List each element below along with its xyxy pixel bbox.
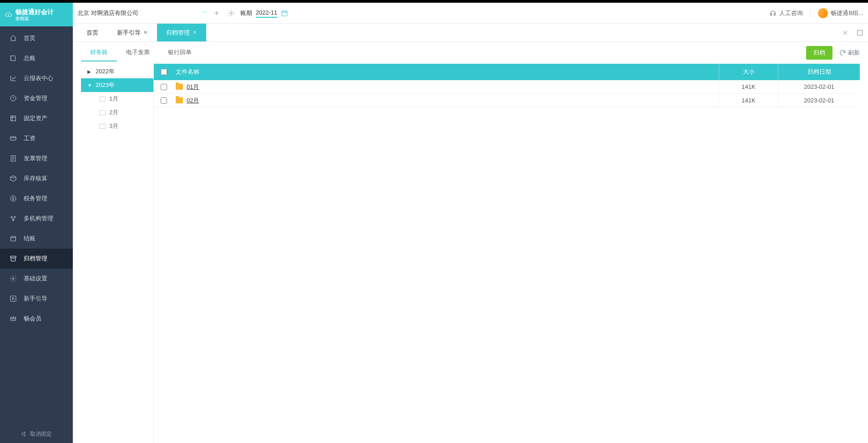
sidebar-item-home[interactable]: 首页 xyxy=(0,28,73,48)
period-value: 2022-11 xyxy=(256,8,278,18)
folder-icon xyxy=(176,97,183,103)
user-menu[interactable]: 畅捷通B组... xyxy=(818,8,863,18)
divider xyxy=(810,9,811,18)
sidebar: 畅捷通好会计 旗舰版 首页 总账 云报表中心 资金管理 固定资产 工资 发票管理… xyxy=(0,3,73,443)
page-tab-label: 新手引导 xyxy=(117,29,141,37)
tree-year-label: 2022年 xyxy=(96,67,115,76)
row-checkbox[interactable] xyxy=(161,97,167,104)
sidebar-item-play[interactable]: 新手引导 xyxy=(0,289,73,309)
page-tab[interactable]: 新手引导✕ xyxy=(108,24,157,41)
expand-tabs-button[interactable] xyxy=(854,27,865,38)
file-link[interactable]: 02月 xyxy=(187,97,199,105)
sub-tab[interactable]: 银行回单 xyxy=(159,44,201,61)
sidebar-item-org[interactable]: 多机构管理 xyxy=(0,209,73,229)
tax-icon xyxy=(9,194,17,203)
sidebar-item-tax[interactable]: 税务管理 xyxy=(0,188,73,209)
sidebar-item-label: 库存核算 xyxy=(24,174,47,183)
select-all-checkbox[interactable] xyxy=(161,69,167,75)
app-root: 畅捷通好会计 旗舰版 首页 总账 云报表中心 资金管理 固定资产 工资 发票管理… xyxy=(0,3,868,443)
tree-month[interactable]: 3月 xyxy=(81,119,153,133)
svg-rect-9 xyxy=(10,256,16,258)
sidebar-item-vip[interactable]: 畅会员 xyxy=(0,309,73,329)
sidebar-item-label: 固定资产 xyxy=(24,114,47,122)
sidebar-pin-toggle[interactable]: 取消固定 xyxy=(0,425,73,443)
settings-icon-button[interactable] xyxy=(226,8,237,19)
vip-icon xyxy=(9,315,17,323)
support-link[interactable]: 人工咨询 xyxy=(769,9,803,17)
sub-tab[interactable]: 电子发票 xyxy=(117,44,159,61)
close-icon[interactable]: ✕ xyxy=(143,30,147,36)
sidebar-item-archive[interactable]: 归档管理 xyxy=(0,249,73,269)
split-pane: ▶ 2022年▼ 2023年 1月 2月 3月 文件名称 大小 归档日期 xyxy=(81,64,860,443)
header-checkbox-cell xyxy=(154,69,174,75)
header-date: 归档日期 xyxy=(778,64,860,80)
play-icon xyxy=(9,295,17,303)
grid-body: 01月 141K 2023-02-01 02月 141K 2023-02-01 xyxy=(154,80,860,107)
svg-rect-2 xyxy=(10,137,16,140)
sidebar-item-calendar[interactable]: 结账 xyxy=(0,229,73,249)
sub-tab-label: 电子发票 xyxy=(126,48,150,56)
close-icon[interactable]: ✕ xyxy=(193,30,197,36)
svg-point-5 xyxy=(11,216,12,218)
sidebar-item-label: 首页 xyxy=(24,34,36,42)
tree-year[interactable]: ▶ 2022年 xyxy=(81,65,153,78)
sidebar-item-book[interactable]: 总账 xyxy=(0,48,73,68)
close-all-tabs-button[interactable] xyxy=(840,27,851,38)
sidebar-item-label: 税务管理 xyxy=(24,194,47,203)
tabstrip-controls xyxy=(840,24,868,41)
year-tree: ▶ 2022年▼ 2023年 1月 2月 3月 xyxy=(81,64,154,443)
tree-month[interactable]: 2月 xyxy=(81,106,153,119)
sidebar-item-wallet[interactable]: 资金管理 xyxy=(0,88,73,108)
header-name: 文件名称 xyxy=(174,68,719,76)
sidebar-footer-label: 取消固定 xyxy=(30,430,52,438)
svg-rect-13 xyxy=(282,11,287,16)
row-name-cell: 01月 xyxy=(174,83,719,91)
company-select[interactable]: 北京 对啊酒店有限公司 ﹀ xyxy=(77,9,208,17)
support-label: 人工咨询 xyxy=(779,9,803,17)
sidebar-item-invoice[interactable]: 发票管理 xyxy=(0,148,73,168)
sidebar-item-label: 归档管理 xyxy=(24,255,47,263)
sub-tab-label: 银行回单 xyxy=(168,48,192,56)
page-tab[interactable]: 归档管理✕ xyxy=(157,24,206,41)
box-icon xyxy=(9,174,17,183)
refresh-icon xyxy=(839,49,846,56)
tree-month-label: 3月 xyxy=(109,122,118,130)
calendar-icon xyxy=(281,10,288,17)
tree-month[interactable]: 1月 xyxy=(81,92,153,106)
sidebar-item-label: 工资 xyxy=(24,134,36,143)
sidebar-item-card[interactable]: 工资 xyxy=(0,128,73,148)
sidebar-item-box[interactable]: 库存核算 xyxy=(0,168,73,188)
sidebar-item-label: 畅会员 xyxy=(24,315,41,323)
add-company-button[interactable] xyxy=(211,8,222,19)
main: 北京 对啊酒店有限公司 ﹀ 账期 2022-11 人工咨询 xyxy=(73,3,868,443)
svg-rect-1 xyxy=(11,116,16,121)
row-checkbox[interactable] xyxy=(161,84,167,90)
archive-button[interactable]: 归档 xyxy=(806,46,832,60)
chart-icon xyxy=(9,74,17,82)
period-picker[interactable]: 账期 2022-11 xyxy=(240,8,289,18)
cube-icon xyxy=(9,114,17,122)
file-link[interactable]: 01月 xyxy=(187,83,199,91)
sidebar-item-gear[interactable]: 基础设置 xyxy=(0,269,73,289)
sub-tab[interactable]: 财务账 xyxy=(81,44,117,61)
headset-icon xyxy=(769,10,777,17)
archive-icon xyxy=(9,255,17,263)
sidebar-item-label: 发票管理 xyxy=(24,154,47,163)
company-name: 北京 对啊酒店有限公司 xyxy=(77,9,138,17)
sidebar-item-label: 总账 xyxy=(24,54,36,62)
page-tab-strip: 首页新手引导✕归档管理✕ xyxy=(73,24,868,42)
tree-year[interactable]: ▼ 2023年 xyxy=(81,78,153,92)
folder-icon xyxy=(176,84,183,90)
toolbar: 财务账电子发票银行回单 归档 刷新 xyxy=(81,42,860,64)
refresh-button[interactable]: 刷新 xyxy=(839,49,860,57)
sidebar-item-chart[interactable]: 云报表中心 xyxy=(0,68,73,88)
page-tab[interactable]: 首页 xyxy=(77,24,108,41)
caret-right-icon: ▶ xyxy=(87,69,92,74)
sidebar-item-cube[interactable]: 固定资产 xyxy=(0,108,73,128)
book-icon xyxy=(9,54,17,62)
page-tab-label: 归档管理 xyxy=(166,29,190,37)
sidebar-item-label: 基础设置 xyxy=(24,275,47,283)
row-size-cell: 141K xyxy=(719,94,778,107)
refresh-label: 刷新 xyxy=(848,49,860,57)
folder-icon xyxy=(99,124,106,129)
